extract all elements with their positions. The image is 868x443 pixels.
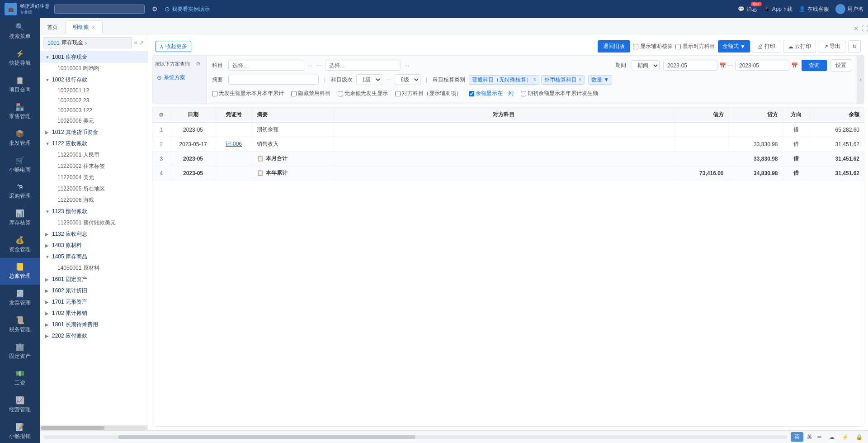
tree-item-1403[interactable]: ▶ 1403 原材料 — [40, 240, 148, 251]
period-end-input[interactable] — [735, 61, 789, 71]
demo-link[interactable]: ⊙ 我要看实例演示 — [165, 5, 210, 13]
system-scheme-btn[interactable]: ⊙ 系统方案 — [155, 73, 203, 82]
tree-item-1701[interactable]: ▶ 1701 无形资产 — [40, 296, 148, 308]
tree-item-10020003[interactable]: 10020003 122 — [40, 105, 148, 115]
tree-item-10020002[interactable]: 10020002 23 — [40, 95, 148, 105]
tree-item-11220001[interactable]: 11220001 人民币 — [40, 149, 148, 161]
tree-item-10020006[interactable]: 10020006 美元 — [40, 115, 148, 127]
tree-item-11220006[interactable]: 11220006 游戏 — [40, 195, 148, 206]
tree-item-10020001[interactable]: 10020001 12 — [40, 86, 148, 95]
export-btn[interactable]: ↗ 导出 — [819, 40, 845, 53]
tree-item-11220004[interactable]: 11220004 美元 — [40, 172, 148, 183]
format-btn[interactable]: 金额式 ▼ — [718, 40, 750, 52]
sidebar-item-wholesale[interactable]: 📦 批发管理 — [0, 125, 40, 152]
no-balance-checkbox[interactable] — [212, 91, 217, 96]
tree-item-1123[interactable]: ▼ 1123 预付账款 — [40, 206, 148, 217]
tree-item-2202[interactable]: ▶ 2202 应付账款 — [40, 330, 148, 342]
settings-icon[interactable]: ⚙ — [149, 4, 160, 14]
sidebar-item-assets[interactable]: 🏢 固定资产 — [0, 338, 40, 365]
list-icon[interactable]: ≡ — [134, 39, 137, 46]
level-start-select[interactable]: 1级2级3级 — [356, 74, 382, 85]
check-opposite[interactable]: 对方科目（显示辅助项） — [395, 90, 462, 97]
sidebar-item-accounting[interactable]: 📒 总账管理 — [0, 258, 40, 285]
sidebar-item-purchase[interactable]: 🛍 采购管理 — [0, 178, 40, 205]
tree-item-1001[interactable]: ▼ 1001 库存现金 — [40, 52, 148, 63]
top-search-input[interactable] — [54, 5, 145, 14]
tag-close-icon[interactable]: × — [533, 76, 536, 83]
opposite-checkbox[interactable] — [395, 91, 401, 96]
tab-close-btn[interactable]: × — [92, 25, 95, 30]
app-download-btn[interactable]: 📱 App下载 — [764, 5, 793, 13]
sidebar-item-bizmanage[interactable]: 📈 经营管理 — [0, 391, 40, 418]
account-input-end[interactable] — [325, 61, 401, 71]
bottom-lock-icon[interactable]: 🔒 — [854, 433, 864, 441]
tag-close-icon[interactable]: × — [578, 76, 581, 83]
sidebar-item-quicknav[interactable]: ⚡ 快捷导航 — [0, 45, 40, 71]
filter-collapse-btn[interactable]: ‹ — [857, 56, 864, 104]
tree-item-1801[interactable]: ▶ 1801 长期待摊费用 — [40, 319, 148, 330]
print-btn[interactable]: 🖨 打印 — [753, 40, 780, 53]
tree-item-1702[interactable]: ▶ 1702 累计摊销 — [40, 308, 148, 319]
bottom-cloud-icon[interactable]: ☁ — [827, 433, 836, 441]
query-btn[interactable]: 查询 — [802, 60, 827, 71]
tree-item-1122[interactable]: ▼ 1122 应收账款 — [40, 138, 148, 149]
bottom-bolt-icon[interactable]: ⚡ — [840, 433, 850, 441]
balance-col-checkbox[interactable] — [469, 91, 474, 96]
tree-item-11230001[interactable]: 11230001 预付账款美元 — [40, 217, 148, 229]
tree-item-1405[interactable]: ▼ 1405 库存商品 — [40, 251, 148, 262]
sidebar-item-sales[interactable]: 📝 小畅报销 — [0, 418, 40, 443]
filter-settings-icon[interactable]: ⚙ — [193, 58, 203, 69]
sidebar-item-ecommerce[interactable]: 🛒 小畅电商 — [0, 152, 40, 178]
message-btn[interactable]: 💬 消息 99+ — [738, 5, 757, 13]
account-selector[interactable]: 1001 库存现金 › — [43, 37, 132, 48]
sidebar-item-retail[interactable]: 🏪 零售管理 — [0, 98, 40, 125]
sidebar-item-inventory[interactable]: 📊 库存核算 — [0, 205, 40, 231]
tree-item-10010001[interactable]: 10010001 哟哟哟 — [40, 63, 148, 74]
tree-item-1601[interactable]: ▶ 1601 固定资产 — [40, 274, 148, 285]
lang-switcher[interactable]: 英 — [791, 432, 803, 442]
tree-item-14050001[interactable]: 14050001 原材料 — [40, 262, 148, 274]
tree-item-1602[interactable]: ▶ 1602 累计折旧 — [40, 285, 148, 296]
horizontal-scrollbar[interactable] — [43, 435, 787, 439]
online-service-btn[interactable]: 👤 在线客服 — [799, 5, 829, 13]
sidebar-item-tax[interactable]: 📜 税务管理 — [0, 311, 40, 338]
user-area[interactable]: 用户名 — [835, 4, 863, 14]
tree-item-1012[interactable]: ▶ 1012 其他货币资金 — [40, 127, 148, 138]
period-type-select[interactable]: 期间 月份 — [632, 60, 660, 71]
sidebar-item-search[interactable]: 🔍 搜索菜单 — [0, 18, 40, 45]
tree-item-11220005[interactable]: 11220005 所在地区 — [40, 183, 148, 195]
check-year-balance[interactable]: 期初余额显示本年累计发生额 — [521, 90, 598, 97]
no-balance2-checkbox[interactable] — [338, 91, 343, 96]
cloud-print-btn[interactable]: ☁ 云打印 — [783, 40, 816, 53]
tab-expand-btn[interactable]: ✕ ⛶ — [855, 23, 866, 34]
hide-used-checkbox[interactable] — [291, 91, 297, 96]
show-aux-checkbox[interactable] — [633, 44, 638, 49]
year-balance-checkbox[interactable] — [521, 91, 526, 96]
check-hide-used[interactable]: 隐藏禁用科目 — [291, 90, 330, 97]
check-balance-col[interactable]: 余额显示在一列 — [469, 90, 514, 97]
tree-item-1002[interactable]: ▼ 1002 银行存款 — [40, 74, 148, 86]
show-opposite-check[interactable]: 显示对方科目 — [675, 43, 715, 50]
tab-detail-ledger[interactable]: 明细账 × — [65, 20, 103, 34]
refresh-btn[interactable]: ↻ — [848, 40, 861, 53]
show-aux-check[interactable]: 显示辅助核算 — [633, 43, 673, 50]
check-no-balance[interactable]: 无发生额显示本月本年累计 — [212, 90, 284, 97]
filter-settings-btn[interactable]: 设置 — [830, 59, 851, 71]
tree-item-1132[interactable]: ▶ 1132 应收利息 — [40, 229, 148, 240]
expand-icon[interactable]: ↗ — [139, 39, 144, 46]
tab-home[interactable]: 首页 — [40, 20, 65, 34]
show-opposite-checkbox[interactable] — [675, 44, 681, 49]
sidebar-item-salary[interactable]: 💵 工资 — [0, 365, 40, 391]
sidebar-item-project[interactable]: 📋 项目合同 — [0, 71, 40, 98]
table-settings-th[interactable]: ⚙ — [152, 107, 170, 123]
summary-input[interactable] — [228, 75, 319, 85]
level-end-select[interactable]: 6级5级4级 — [395, 74, 420, 85]
back-to-old-btn[interactable]: 退回旧版 — [598, 40, 630, 52]
period-start-input[interactable] — [663, 61, 717, 71]
check-no-balance2[interactable]: 无余额无发生显示 — [338, 90, 388, 97]
voucher-link[interactable]: 记-006 — [226, 141, 242, 147]
sidebar-item-invoice[interactable]: 🧾 发票管理 — [0, 285, 40, 311]
expand-collapse-btn[interactable]: ∧ 收起更多 — [156, 41, 191, 52]
bottom-edit-icon[interactable]: ✏ — [816, 433, 824, 441]
account-input-start[interactable] — [228, 61, 304, 71]
